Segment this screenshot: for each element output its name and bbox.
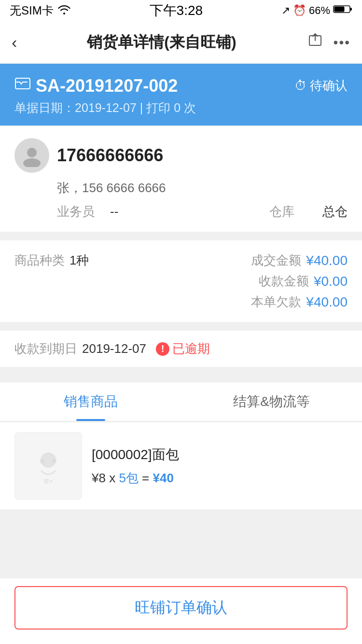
sales-rep-value: -- — [110, 204, 118, 219]
product-quantity: 5包 — [119, 471, 138, 485]
product-price: ¥8 x 5包 = ¥40 — [92, 470, 348, 487]
battery-label: 66% — [309, 4, 330, 17]
tab-active-indicator — [76, 419, 105, 421]
nav-actions: ••• — [306, 32, 350, 53]
svg-point-9 — [52, 459, 56, 463]
product-section: 管+ [0000002]面包 ¥8 x 5包 = ¥40 — [0, 422, 362, 509]
warehouse-label: 仓库 — [269, 203, 322, 220]
avatar — [14, 138, 49, 173]
balance-value: ¥40.00 — [306, 294, 348, 310]
sales-rep-label: 业务员 — [57, 203, 110, 220]
wifi-icon — [57, 4, 71, 17]
back-button[interactable]: ‹ — [12, 33, 17, 52]
overdue-text: 已逾期 — [172, 340, 210, 357]
carrier-label: 无SIM卡 — [10, 3, 54, 18]
svg-rect-2 — [334, 7, 345, 12]
product-type-label: 商品种类 — [14, 252, 65, 269]
product-type-value: 1种 — [70, 252, 89, 269]
due-date-label: 收款到期日 — [14, 340, 77, 357]
tabs-section: 销售商品 结算&物流等 — [0, 382, 362, 421]
divider-2 — [0, 322, 362, 330]
svg-text:管+: 管+ — [43, 478, 53, 485]
confirm-order-button[interactable]: 旺铺订单确认 — [14, 586, 348, 630]
received-amount-row: 收款金额 ¥0.00 — [259, 273, 348, 290]
customer-name: 张，156 6666 6666 — [57, 180, 348, 196]
customer-phone: 17666666666 — [57, 145, 163, 166]
status-bar: 无SIM卡 下午3:28 ↗ ⏰ 66% — [0, 0, 362, 21]
product-total: ¥40 — [153, 471, 174, 485]
svg-rect-4 — [15, 78, 30, 89]
share-icon[interactable] — [306, 32, 324, 53]
confirm-button-wrap: 旺铺订单确认 — [0, 578, 362, 644]
order-meta: 单据日期：2019-12-07 | 打印 0 次 — [14, 100, 348, 116]
page-title: 销货单详情(来自旺铺) — [87, 32, 236, 53]
svg-point-6 — [23, 158, 41, 167]
received-label: 收款金额 — [259, 273, 309, 290]
amounts-col: 成交金额 ¥40.00 收款金额 ¥0.00 本单欠款 ¥40.00 — [111, 252, 348, 310]
battery-icon — [333, 4, 352, 17]
order-header: SA-20191207-002 ⏱ 待确认 单据日期：2019-12-07 | … — [0, 64, 362, 126]
order-status: ⏱ 待确认 — [294, 77, 348, 94]
product-info: [0000002]面包 ¥8 x 5包 = ¥40 — [92, 446, 348, 487]
transaction-amount-row: 成交金额 ¥40.00 — [251, 252, 348, 269]
due-date-value: 2019-12-07 — [82, 341, 146, 356]
received-amount: ¥0.00 — [314, 274, 348, 289]
more-icon[interactable]: ••• — [334, 35, 350, 50]
balance-row: 本单欠款 ¥40.00 — [251, 294, 348, 310]
transaction-label: 成交金额 — [251, 252, 301, 269]
divider-3 — [0, 367, 362, 375]
product-type-field: 商品种类 1种 — [14, 252, 111, 269]
tab-settlement-logistics[interactable]: 结算&物流等 — [181, 382, 362, 421]
status-left: 无SIM卡 — [10, 3, 71, 18]
warehouse-value: 总仓 — [322, 203, 348, 220]
product-item: 管+ [0000002]面包 ¥8 x 5包 = ¥40 — [14, 432, 348, 500]
overdue-icon: ! — [156, 342, 169, 356]
customer-info-row: 业务员 -- 仓库 总仓 — [57, 203, 348, 220]
overdue-badge: ! 已逾期 — [156, 340, 210, 357]
nav-bar: ‹ 销货单详情(来自旺铺) ••• — [0, 21, 362, 64]
transaction-amount: ¥40.00 — [306, 253, 348, 268]
tab-sales-products[interactable]: 销售商品 — [0, 382, 181, 421]
location-icon: ↗ — [281, 4, 290, 17]
svg-point-5 — [27, 148, 37, 157]
status-time: 下午3:28 — [150, 1, 203, 20]
svg-point-8 — [40, 459, 45, 463]
balance-label: 本单欠款 — [251, 294, 301, 310]
divider-1 — [0, 232, 362, 239]
product-name: [0000002]面包 — [92, 446, 348, 464]
customer-section: 17666666666 张，156 6666 6666 业务员 -- 仓库 总仓 — [0, 126, 362, 232]
due-date-section: 收款到期日 2019-12-07 ! 已逾期 — [0, 331, 362, 367]
summary-section: 商品种类 1种 成交金额 ¥40.00 收款金额 ¥0.00 本单欠款 ¥40.… — [0, 240, 362, 322]
order-inbox-icon — [14, 75, 31, 96]
alarm-icon: ⏰ — [293, 4, 306, 17]
clock-icon: ⏱ — [294, 78, 307, 93]
svg-rect-1 — [350, 8, 352, 11]
product-thumbnail: 管+ — [14, 432, 82, 500]
status-right: ↗ ⏰ 66% — [281, 4, 352, 17]
order-id: SA-20191207-002 — [14, 75, 178, 96]
